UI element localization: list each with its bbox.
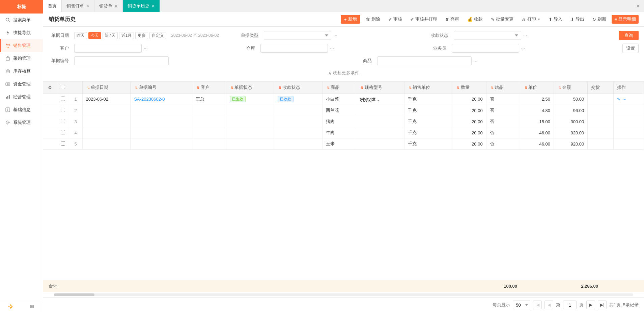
col-gift-header[interactable]: ⇅ 赠品 xyxy=(486,82,520,94)
new-button[interactable]: + 新增 xyxy=(341,15,360,24)
doc-no-label: 单据编号 xyxy=(49,58,69,64)
agent-ellipsis[interactable]: ··· xyxy=(521,46,525,51)
col-unit-header[interactable]: ⇅ 销售单位 xyxy=(404,82,452,94)
tab-close-sales-goods[interactable]: ✕ xyxy=(114,4,118,8)
review-print-button[interactable]: ✔ 审核并打印 xyxy=(408,15,440,24)
col-goods-header[interactable]: ⇅ 商品 xyxy=(322,82,356,94)
settings-button[interactable]: 设置 xyxy=(622,44,639,53)
goods-input[interactable] xyxy=(377,56,472,65)
svg-rect-17 xyxy=(30,305,32,308)
sidebar-item-base-info[interactable]: 基础信息 xyxy=(0,103,43,116)
row-checkbox[interactable] xyxy=(61,119,65,123)
detail-icon: ≡ xyxy=(614,17,617,22)
col-date-header[interactable]: ⇅ 单据日期 xyxy=(82,82,131,94)
customer-ellipsis[interactable]: ··· xyxy=(144,46,148,51)
table-area: ⚙ ⇅ 单据日期 ⇅ 单据编号 ⇅ xyxy=(43,82,644,280)
row-settings-cell xyxy=(43,94,57,105)
sidebar-item-quick-nav[interactable]: 快捷导航 xyxy=(0,26,43,39)
row-unit-cell: 千克 xyxy=(404,116,452,127)
sidebar-item-finance[interactable]: 资金管理 xyxy=(0,78,43,90)
agent-input[interactable] xyxy=(452,44,519,53)
horizontal-scrollbar[interactable] xyxy=(43,292,644,297)
goods-ellipsis[interactable]: ··· xyxy=(474,58,478,63)
review-button[interactable]: ✔ 审核 xyxy=(386,15,405,24)
money-icon xyxy=(5,81,10,87)
prev-page-btn[interactable]: ◀ xyxy=(544,301,553,309)
import-button[interactable]: ⬆ 导入 xyxy=(546,15,565,24)
abandon-button[interactable]: ✘ 弃审 xyxy=(443,15,462,24)
date-shortcut-more[interactable]: 更多 xyxy=(135,32,148,39)
customer-input[interactable] xyxy=(74,44,142,53)
col-unitprice-header[interactable]: ⇅ 单价 xyxy=(520,82,554,94)
tab-sales-history[interactable]: 销货单历史 ✕ xyxy=(123,0,160,12)
row-qty-cell: 20.00 xyxy=(452,116,486,127)
doc-type-select[interactable] xyxy=(264,31,331,40)
date-shortcut-custom[interactable]: 自定义 xyxy=(149,32,166,39)
sidebar-item-system-mgmt[interactable]: 系统管理 xyxy=(0,116,43,129)
warehouse-label: 仓库 xyxy=(245,45,255,51)
next-page-btn[interactable]: ▶ xyxy=(586,301,595,309)
doc-no-input[interactable] xyxy=(74,56,169,65)
col-paymentstatus-header[interactable]: ⇅ 收款状态 xyxy=(274,82,323,94)
first-page-btn[interactable]: |◀ xyxy=(533,301,542,309)
warehouse-ellipsis[interactable]: ··· xyxy=(330,46,334,51)
row-paymentstatus-cell: 已收款 xyxy=(274,94,323,105)
row-unitprice-cell: 15.00 xyxy=(520,116,554,127)
edit-row-btn[interactable]: ✎ xyxy=(617,97,620,102)
sidebar-item-sales-mgmt[interactable]: 销售管理 xyxy=(0,39,43,52)
export-button[interactable]: ⬇ 导出 xyxy=(568,15,587,24)
doc-type-ellipsis[interactable]: ··· xyxy=(333,33,337,38)
col-docstatus-header[interactable]: ⇅ 单据状态 xyxy=(226,82,274,94)
sidebar-item-operations[interactable]: 经营管理 xyxy=(0,90,43,103)
col-amount-header[interactable]: ⇅ 金额 xyxy=(554,82,588,94)
sidebar-item-search-menu[interactable]: 搜索菜单 xyxy=(0,14,43,26)
row-checkbox[interactable] xyxy=(61,108,65,112)
row-checkbox[interactable] xyxy=(61,97,65,101)
tab-close-sales-order[interactable]: ✕ xyxy=(86,4,89,8)
delete-button[interactable]: 🗑 删除 xyxy=(363,15,383,24)
batch-change-button[interactable]: ✎ 批量变更 xyxy=(488,15,516,24)
row-goods-cell: 牛肉 xyxy=(322,127,356,138)
col-spec-header[interactable]: ⇅ 规格型号 xyxy=(356,82,404,94)
sidebar-logo: 标提 xyxy=(0,0,43,14)
tab-sales-order[interactable]: 销售订单 ✕ xyxy=(62,0,94,12)
select-all-checkbox[interactable] xyxy=(61,85,65,89)
col-qty-header[interactable]: ⇅ 数量 xyxy=(452,82,486,94)
print-button[interactable]: 🖨 打印 ▼ xyxy=(519,15,543,24)
col-customer-header[interactable]: ⇅ 客户 xyxy=(192,82,226,94)
sidebar-collapse-btn[interactable] xyxy=(29,304,35,309)
per-page-select[interactable]: 50 100 200 xyxy=(513,301,530,309)
show-detail-button[interactable]: ≡ 显示明细 xyxy=(612,15,639,24)
page-number-input[interactable] xyxy=(563,301,577,309)
date-shortcut-1month[interactable]: 近1月 xyxy=(119,32,134,39)
row-spec-cell xyxy=(356,116,404,127)
more-row-btn[interactable]: ⋯ xyxy=(622,97,626,102)
info-icon xyxy=(5,107,10,112)
col-settings[interactable]: ⚙ xyxy=(43,82,57,94)
date-range-display: 2023-06-02 至 2023-06-02 xyxy=(171,33,219,38)
warehouse-input[interactable] xyxy=(260,44,328,53)
sidebar-item-inventory[interactable]: 库存核算 xyxy=(0,65,43,78)
payment-status-select[interactable] xyxy=(454,31,521,40)
sidebar-settings-btn[interactable] xyxy=(8,304,13,309)
refresh-button[interactable]: ↻ 刷新 xyxy=(590,15,609,24)
tab-sales-goods[interactable]: 销货单 ✕ xyxy=(94,0,123,12)
sidebar-item-purchase-mgmt[interactable]: 采购管理 xyxy=(0,52,43,65)
collect-button[interactable]: 💰 收款 xyxy=(465,15,485,24)
date-shortcut-today[interactable]: 今天 xyxy=(88,32,101,39)
col-docno-header[interactable]: ⇅ 单据编号 xyxy=(131,82,192,94)
settings-gear-icon[interactable]: ⚙ xyxy=(48,85,52,90)
date-shortcut-yesterday[interactable]: 昨天 xyxy=(74,32,87,39)
date-shortcut-7days[interactable]: 近7天 xyxy=(103,32,118,39)
query-button[interactable]: 查询 xyxy=(619,31,639,40)
tab-close-sales-history[interactable]: ✕ xyxy=(151,4,155,8)
payment-status-ellipsis[interactable]: ··· xyxy=(523,33,527,38)
tab-home[interactable]: 首页 xyxy=(43,0,62,12)
row-checkbox[interactable] xyxy=(61,130,65,134)
sort-icon-gift: ⇅ xyxy=(491,86,494,89)
tabs-close-all-btn[interactable]: ✕ xyxy=(632,3,644,9)
row-checkbox[interactable] xyxy=(61,141,65,146)
date-filter-field: 昨天 今天 近7天 近1月 更多 自定义 2023-06-02 至 2023-0… xyxy=(74,32,234,39)
collapse-filter-btn[interactable]: ∧ 收起更多条件 xyxy=(327,69,361,77)
last-page-btn[interactable]: ▶| xyxy=(598,301,607,309)
